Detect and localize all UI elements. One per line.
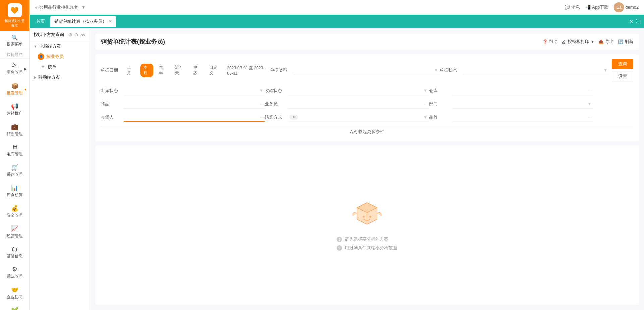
- collapse-panel-icon[interactable]: ≪: [80, 32, 86, 37]
- refresh-btn[interactable]: 🔄 刷新: [618, 39, 633, 45]
- tree-item-label: 电脑端方案: [39, 43, 61, 49]
- collapse-bar[interactable]: ⋀⋀ 收起更多条件: [101, 126, 633, 137]
- sidebar-item-newbie[interactable]: 🌱 新手引导: [0, 303, 29, 310]
- search-menu-label: 搜索菜单: [7, 41, 23, 47]
- warehouse-dots[interactable]: ···: [588, 88, 592, 93]
- sidebar-item-purchase[interactable]: 🛒 采购管理: [0, 160, 29, 181]
- out-status-select[interactable]: ▼: [124, 86, 265, 95]
- sidebar-item-marketing[interactable]: 📢 营销推广: [0, 99, 29, 120]
- help-btn[interactable]: ❓ 帮助: [542, 39, 558, 45]
- export-icon: 📤: [598, 39, 604, 44]
- consignee-dots[interactable]: ···: [260, 115, 263, 120]
- dept-arrow: ▼: [587, 101, 592, 106]
- sidebar-item-basic[interactable]: 🗂 基础信息: [0, 242, 29, 262]
- tab-home[interactable]: 首页: [32, 16, 49, 27]
- sidebar-item-label: 销售管理: [7, 131, 23, 137]
- print-dropdown-icon[interactable]: ▼: [591, 40, 594, 44]
- date-btn-this-year[interactable]: 本年: [156, 64, 169, 77]
- query-button[interactable]: 查询: [612, 59, 633, 69]
- user-menu[interactable]: Ea demo2: [614, 2, 639, 12]
- date-btn-last-month[interactable]: 上月: [124, 64, 138, 77]
- sidebar-item-label: 资金管理: [7, 213, 23, 218]
- filter-area: 单据日期 上月 本月 本年 近7天 更多 自定义 2023-03-01 至 20…: [95, 54, 639, 141]
- page-title-bar: 销货单统计表(按业务员) ❓ 帮助 🖨 按模板打印 ▼ 📤 导出: [95, 34, 639, 50]
- sidebar-item-system[interactable]: ⚙ 系统管理: [0, 262, 29, 283]
- app-download-btn[interactable]: 📲 App下载: [585, 4, 608, 10]
- doc-type-label: 单据类型: [270, 67, 293, 73]
- tree-collapse-icon: ▶: [34, 75, 36, 80]
- chevron-down-icon: ▼: [24, 87, 27, 91]
- sidebar-item-operations[interactable]: 📈 经营管理: [0, 222, 29, 242]
- doc-status-select[interactable]: ▼: [463, 66, 609, 75]
- salesman-dots[interactable]: ···: [424, 101, 428, 106]
- settlement-tag-close[interactable]: ✕: [293, 115, 296, 119]
- sidebar-item-wholesale[interactable]: 📦 批发管理 ▼: [0, 79, 29, 99]
- date-btn-this-month[interactable]: 本月: [140, 64, 154, 77]
- tree-item-label: 按业务员: [46, 54, 64, 60]
- tree-desktop-schemes[interactable]: ▼ 电脑端方案: [30, 41, 90, 51]
- avatar: Ea: [614, 2, 624, 12]
- finance-icon: 💰: [11, 205, 18, 212]
- dropdown-icon[interactable]: ▼: [81, 5, 86, 10]
- sidebar-item-retail[interactable]: 🛍 零售管理 ▶: [0, 59, 29, 79]
- sidebar-item-finance[interactable]: 💰 资金管理: [0, 201, 29, 222]
- svg-point-4: [369, 216, 371, 218]
- sidebar-item-inventory[interactable]: 📊 库存核算: [0, 181, 29, 201]
- tab-sales-stat[interactable]: 销货单统计表（按业务员） ✕: [50, 16, 116, 27]
- tip-num-2: 2: [337, 245, 342, 251]
- goods-dots[interactable]: ···: [260, 101, 263, 106]
- date-btn-last-7days[interactable]: 近7天: [172, 64, 187, 77]
- doc-type-select[interactable]: ▼: [293, 66, 439, 75]
- tab-close-window-icon[interactable]: ✕: [629, 18, 633, 25]
- sidebar-item-ecommerce[interactable]: 🖥 电商管理: [0, 140, 29, 160]
- logo-text: 畅捷通好生意 标版: [5, 19, 25, 28]
- warehouse-select[interactable]: ···: [452, 86, 593, 95]
- export-btn[interactable]: 📤 导出: [598, 39, 614, 45]
- page-title: 销货单统计表(按业务员): [101, 38, 165, 46]
- print-icon: 🖨: [562, 39, 566, 44]
- payment-status-select[interactable]: ▼: [288, 86, 429, 95]
- tab-close-icon[interactable]: ✕: [109, 19, 112, 24]
- brand-dots[interactable]: ···: [588, 115, 592, 120]
- tip-num-1: 1: [337, 237, 342, 242]
- goods-select[interactable]: ···: [124, 99, 265, 109]
- dept-select[interactable]: ▼: [452, 99, 593, 109]
- filter-row-2: 出库状态 ▼ 收款状态 ▼ 仓库: [101, 86, 633, 95]
- collapse-up-icon: ⋀⋀: [350, 129, 357, 134]
- consignee-input[interactable]: ···: [124, 113, 265, 122]
- settlement-arrow[interactable]: ▼: [423, 115, 428, 120]
- settlement-select[interactable]: ✕ ▼: [288, 113, 429, 122]
- filter-payment-status: 收款状态 ▼: [265, 86, 429, 95]
- date-row: 上月 本月 本年 近7天 更多 自定义 2023-03-01 至 2023-03…: [124, 64, 270, 77]
- sidebar-item-label: 基础信息: [7, 253, 23, 259]
- tree-mobile-schemes[interactable]: ▶ 移动端方案: [30, 72, 90, 82]
- refresh-label: 刷新: [625, 39, 633, 45]
- account-selector[interactable]: 办公用品行业模拟账套: [35, 4, 78, 10]
- dept-label: 部门: [429, 101, 452, 107]
- query-btn-group: 查询 设置: [612, 59, 633, 82]
- tree-item-by-order[interactable]: ≡ 按单: [30, 62, 90, 72]
- print-btn[interactable]: 🖨 按模板打印 ▼: [562, 39, 594, 45]
- svg-point-3: [363, 216, 365, 218]
- filter-date: 单据日期 上月 本月 本年 近7天 更多 自定义 2023-03-01 至 20…: [101, 64, 270, 77]
- brand-select[interactable]: ···: [452, 113, 593, 122]
- settings-scheme-icon[interactable]: ⊙: [74, 32, 78, 37]
- doc-status-label: 单据状态: [440, 67, 463, 73]
- tab-expand-icon[interactable]: ⛶: [636, 18, 641, 25]
- salesman-select[interactable]: ···: [288, 99, 429, 109]
- scheme-query-label: 按以下方案查询: [34, 32, 64, 38]
- sidebar-item-label: 系统管理: [7, 274, 23, 279]
- message-btn[interactable]: 💬 消息: [565, 4, 580, 10]
- settings-button[interactable]: 设置: [612, 71, 633, 82]
- sidebar-item-enterprise[interactable]: 🤝 企业协同: [0, 283, 29, 303]
- sidebar-logo[interactable]: 🧡 畅捷通好生意 标版: [0, 0, 29, 31]
- filter-doc-status: 单据状态 ▼: [440, 66, 609, 75]
- sidebar-item-sales[interactable]: 💼 销售管理: [0, 120, 29, 140]
- date-btn-custom[interactable]: 自定义: [206, 64, 223, 77]
- tree-item-by-salesman[interactable]: 👤 按业务员: [30, 51, 90, 62]
- date-btn-more[interactable]: 更多: [190, 64, 204, 77]
- add-scheme-icon[interactable]: ⊕: [68, 32, 72, 37]
- sidebar-search[interactable]: 🔍 搜索菜单: [0, 31, 29, 50]
- empty-tip-2: 2 用过滤条件来缩小分析范围: [337, 245, 397, 251]
- app-download-label: App下载: [592, 4, 608, 10]
